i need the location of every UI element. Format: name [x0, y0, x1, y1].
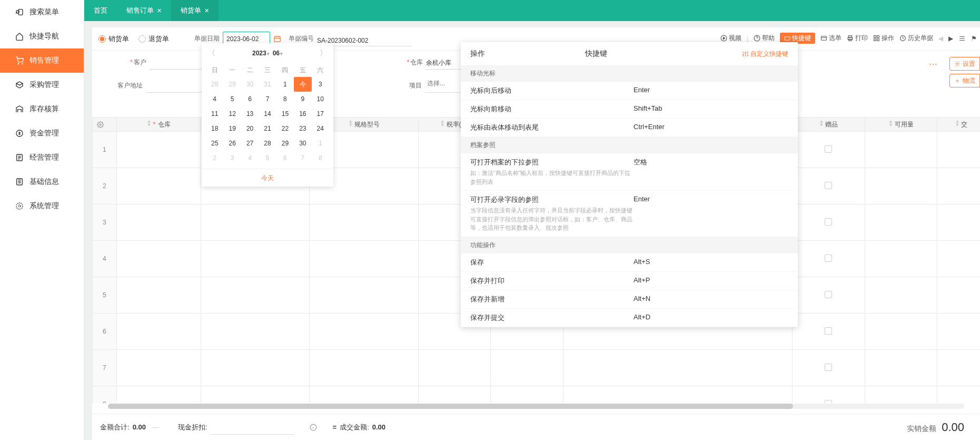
gift-checkbox[interactable]	[825, 327, 832, 335]
cal-today-button[interactable]: 今天	[202, 169, 333, 187]
cal-day[interactable]: 3	[312, 77, 329, 92]
gift-checkbox[interactable]	[825, 400, 832, 404]
cal-day[interactable]: 4	[206, 92, 223, 106]
cal-day[interactable]: 5	[223, 92, 241, 106]
form-more-icon[interactable]: ⋯	[929, 59, 938, 69]
cal-day[interactable]: 10	[312, 92, 329, 106]
svg-point-22	[957, 63, 958, 65]
cal-day[interactable]: 6	[276, 151, 294, 165]
toolbar-help[interactable]: 帮助	[754, 34, 775, 43]
cal-day[interactable]: 12	[223, 106, 241, 121]
gift-checkbox[interactable]	[825, 364, 832, 371]
cal-day[interactable]: 21	[259, 121, 276, 136]
sidebar-item-1[interactable]: 快捷导航	[0, 24, 84, 48]
radio-sale[interactable]: 销货单	[98, 34, 129, 44]
cal-year-select[interactable]: 2023▾	[252, 50, 270, 57]
cal-day[interactable]: 28	[206, 77, 223, 92]
discount-input[interactable]	[211, 418, 294, 433]
sidebar-item-3[interactable]: 采购管理	[0, 73, 84, 97]
cal-day[interactable]: 7	[259, 92, 276, 106]
cal-day[interactable]: 4	[241, 151, 259, 165]
gift-checkbox[interactable]	[825, 218, 832, 226]
cal-day[interactable]: 19	[223, 121, 241, 136]
toolbar-flag-icon[interactable]: ⚑	[971, 35, 977, 42]
radio-return[interactable]: 退货单	[138, 34, 169, 44]
sidebar-item-0[interactable]: 搜索菜单	[0, 0, 84, 24]
cal-day[interactable]: 2	[206, 151, 223, 165]
toolbar-history[interactable]: 历史单据	[899, 34, 933, 43]
gift-checkbox[interactable]	[825, 255, 832, 262]
shc-customize-button[interactable]: 自定义快捷键	[742, 50, 788, 58]
cal-day[interactable]: 13	[241, 106, 259, 121]
cal-day[interactable]: 26	[223, 136, 241, 151]
cal-day[interactable]: 8	[276, 92, 294, 106]
cal-day[interactable]: 23	[294, 121, 311, 136]
cal-day[interactable]: 18	[206, 121, 223, 136]
toolbar-print[interactable]: 打印	[847, 34, 868, 43]
cal-day[interactable]: 6	[241, 92, 259, 106]
cal-day[interactable]: 29	[223, 77, 241, 92]
cal-month-select[interactable]: 06▾	[273, 50, 283, 57]
shc-section-header: 移动光标	[461, 65, 798, 82]
toolbar-prev-icon[interactable]: ◀	[938, 35, 943, 42]
tab-close-icon[interactable]: ✕	[157, 7, 162, 14]
cal-day[interactable]: 1	[312, 136, 329, 151]
cal-day[interactable]: 27	[241, 136, 259, 151]
sidebar-item-4[interactable]: 库存核算	[0, 97, 84, 121]
cal-day[interactable]: 16	[294, 106, 311, 121]
cal-next-icon[interactable]: 〉	[320, 48, 327, 58]
toolbar-menu-icon[interactable]	[958, 35, 966, 42]
toolbar-operate[interactable]: 操作	[873, 34, 894, 43]
gift-checkbox[interactable]	[825, 291, 832, 298]
sidebar-item-8[interactable]: 系统管理	[0, 194, 84, 218]
tab-1[interactable]: 销售订单✕	[117, 0, 171, 21]
tab-0[interactable]: 首页	[84, 0, 117, 21]
toolbar-select[interactable]: 选单	[820, 34, 842, 43]
cal-day[interactable]: 28	[259, 136, 276, 151]
col-header[interactable]	[93, 118, 117, 132]
toolbar-next-icon[interactable]: ▶	[948, 35, 953, 42]
cal-day[interactable]: 31	[259, 77, 276, 92]
col-header[interactable]: ▲▼* 仓库	[116, 118, 201, 132]
cal-day[interactable]: 22	[276, 121, 294, 136]
gift-checkbox[interactable]	[825, 145, 832, 153]
cal-day[interactable]: 25	[206, 136, 223, 151]
col-header[interactable]: ▲▼交	[937, 118, 980, 132]
table-row[interactable]: 8	[93, 386, 981, 404]
customer-addr-label: 客户地址	[117, 81, 143, 90]
logistics-button[interactable]: ＋物流	[949, 74, 980, 87]
cal-day[interactable]: 9	[294, 92, 311, 106]
sidebar-item-6[interactable]: 经营管理	[0, 145, 84, 170]
cal-day[interactable]: 14	[259, 106, 276, 121]
cal-day[interactable]: 1	[276, 77, 294, 92]
gift-checkbox[interactable]	[825, 182, 832, 189]
calendar-icon[interactable]	[273, 35, 281, 43]
sidebar-item-5[interactable]: 资金管理	[0, 121, 84, 145]
cal-day[interactable]: 5	[259, 151, 276, 165]
settings-button[interactable]: 设置	[949, 57, 980, 71]
warehouse-value: 余杭小库	[426, 58, 451, 67]
col-header[interactable]: ▲▼可用量	[865, 118, 937, 132]
cal-day[interactable]: 20	[241, 121, 259, 136]
cal-day[interactable]: 11	[206, 106, 223, 121]
cal-day[interactable]: 15	[276, 106, 294, 121]
sidebar-item-7[interactable]: 基础信息	[0, 170, 84, 194]
cal-day[interactable]: 30	[294, 136, 311, 151]
cal-day[interactable]: 今	[294, 77, 311, 92]
col-header[interactable]: ▲▼赠品	[793, 118, 865, 132]
cal-prev-icon[interactable]: 〈	[208, 48, 215, 58]
tab-close-icon[interactable]: ✕	[204, 7, 209, 14]
gear-icon[interactable]	[97, 121, 104, 128]
cal-day[interactable]: 8	[312, 151, 329, 165]
horizontal-scrollbar[interactable]	[108, 404, 964, 409]
cal-day[interactable]: 30	[241, 77, 259, 92]
cal-day[interactable]: 29	[276, 136, 294, 151]
sidebar-item-2[interactable]: 销售管理	[0, 48, 84, 73]
cal-day[interactable]: 24	[312, 121, 329, 136]
table-row[interactable]: 7	[93, 350, 981, 386]
toolbar-video[interactable]: 视频	[720, 34, 741, 43]
cal-day[interactable]: 3	[223, 151, 241, 165]
tab-2[interactable]: 销货单✕	[171, 0, 219, 21]
cal-day[interactable]: 7	[294, 151, 311, 165]
cal-day[interactable]: 17	[312, 106, 329, 121]
